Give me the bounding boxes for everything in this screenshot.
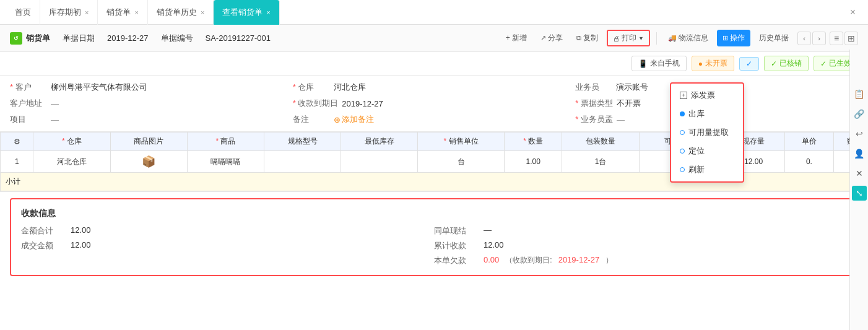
warehouse-value: 河北仓库	[334, 82, 366, 93]
sidebar-expand-icon[interactable]: ⤡	[852, 186, 867, 201]
col-product: 商品	[187, 132, 264, 151]
due-date-value: 2019-12-27	[342, 99, 383, 108]
close-window-button[interactable]: ×	[844, 7, 862, 18]
tab-sales-history[interactable]: 销货单历史 ×	[148, 0, 214, 25]
col-spec: 规格型号	[264, 132, 341, 151]
sidebar-link-icon[interactable]: 🔗	[852, 106, 867, 121]
ticket-icon: ●	[698, 59, 703, 68]
trade-amount-row: 成交金额 12.00	[21, 240, 434, 251]
number-label: 单据编号	[161, 33, 193, 44]
sold-out-button[interactable]: ✓ 已核销	[764, 56, 809, 71]
sidebar-close-icon[interactable]: ✕	[852, 166, 867, 181]
sold-icon: ✓	[771, 59, 777, 68]
customer-row: 客户 柳州粤港平安气体有限公司	[10, 82, 293, 93]
same-order-label: 同单现结	[434, 225, 477, 237]
current-owed-value: 0.00	[484, 255, 499, 266]
share-button[interactable]: ↗ 分享	[536, 30, 568, 46]
operation-button[interactable]: ⊞ 操作	[717, 30, 750, 46]
available-pickup-icon	[680, 130, 685, 135]
available-pickup-item[interactable]: 可用量提取	[671, 123, 743, 142]
cumulative-label: 累计收款	[434, 240, 477, 251]
new-button[interactable]: + 新增	[501, 30, 532, 46]
tab-inventory[interactable]: 库存期初 ×	[40, 0, 98, 25]
print-icon: 🖨	[613, 35, 620, 42]
print-dropdown-arrow: ▼	[638, 35, 644, 41]
col-warehouse: 仓库	[33, 132, 110, 151]
cell-min-stock	[341, 151, 418, 173]
copy-icon: ⧉	[576, 34, 581, 42]
copy-button[interactable]: ⧉ 复制	[571, 30, 603, 46]
logistics-button[interactable]: 🚚 物流信息	[663, 30, 713, 46]
next-arrow[interactable]: ›	[812, 32, 826, 45]
due-date-label: 收款到期日	[293, 98, 339, 109]
payment-title: 收款信息	[21, 208, 847, 219]
same-order-value: —	[484, 225, 492, 237]
trade-amount-label: 成交金额	[21, 240, 64, 251]
cell-warehouse: 河北仓库	[33, 151, 110, 173]
ticket-type-value: 不开票	[617, 98, 641, 109]
cumulative-row: 累计收款 12.00	[434, 240, 847, 251]
sales-order-icon: ↺	[10, 32, 22, 45]
logistics-icon: 🚚	[668, 34, 677, 42]
print-button[interactable]: 🖨 打印 ▼	[607, 30, 650, 46]
tab-sales-close[interactable]: ×	[134, 9, 138, 16]
doc-title: ↺ 销货单	[10, 32, 50, 45]
cell-pack-qty: 1台	[562, 151, 639, 173]
customer-value: 柳州粤港平安气体有限公司	[51, 82, 147, 93]
phone-icon: 📱	[638, 59, 648, 68]
check-button[interactable]: ✓	[739, 57, 759, 71]
add-note-button[interactable]: ⊕ 添加备注	[334, 114, 374, 125]
sidebar-doc-icon[interactable]: 📋	[852, 87, 867, 102]
date-value: 2019-12-27	[107, 33, 149, 43]
not-open-button[interactable]: ● 未开票	[692, 56, 734, 71]
due-date: 2019-12-27	[558, 255, 600, 266]
cumulative-value: 12.00	[484, 240, 504, 251]
share-icon: ↗	[540, 34, 546, 42]
amount-total-row: 金额合计 12.00	[21, 225, 434, 237]
project-label: 项目	[10, 114, 47, 125]
tab-check-sales[interactable]: 查看销货单 ×	[214, 0, 279, 25]
sidebar-user-icon[interactable]: 👤	[852, 146, 867, 161]
cell-product: 嗝嗝嗝嗝	[187, 151, 264, 173]
tab-sales[interactable]: 销货单 ×	[98, 0, 147, 25]
add-invoice-item[interactable]: + 添发票	[671, 86, 743, 105]
operation-dropdown: + 添发票 出库 可用量提取 定位 刷新	[670, 82, 744, 183]
col-pack-qty: 包装数量	[562, 132, 639, 151]
warehouse-label: 仓库	[293, 82, 330, 93]
cell-quantity: 1.00	[504, 151, 562, 173]
doc-header: ↺ 销货单 单据日期 2019-12-27 单据编号 SA-20191227-0…	[0, 25, 868, 52]
col-min-stock: 最低库存	[341, 132, 418, 151]
list-view-button[interactable]: ≡	[830, 32, 843, 45]
layout-buttons: ≡ ⊞	[830, 32, 858, 45]
trade-amount-value: 12.00	[71, 240, 91, 251]
due-close: ）	[605, 255, 613, 266]
prev-arrow[interactable]: ‹	[797, 32, 811, 45]
address-label: 客户地址	[10, 98, 47, 109]
payment-panel: 收款信息 金额合计 12.00 同单现结 — 成交金额 12.00 累计收款 1…	[10, 198, 858, 276]
project-row: 项目 —	[10, 114, 293, 125]
plus-icon: ⊕	[334, 115, 341, 124]
locate-item[interactable]: 定位	[671, 142, 743, 160]
toolbar-divider	[656, 32, 657, 45]
tab-home[interactable]: 首页	[6, 0, 40, 25]
col-quantity: 数量	[504, 132, 562, 151]
tab-sales-history-close[interactable]: ×	[201, 9, 204, 16]
out-stock-item[interactable]: 出库	[671, 105, 743, 123]
current-owed-label: 本单欠款	[434, 255, 477, 266]
col-gear: ⚙	[1, 132, 33, 151]
project-value: —	[51, 115, 59, 124]
date-label: 单据日期	[63, 33, 95, 44]
history-button[interactable]: 历史单据	[754, 30, 794, 46]
grid-view-button[interactable]: ⊞	[844, 32, 858, 45]
toolbar: + 新增 ↗ 分享 ⧉ 复制 🖨 打印 ▼ 🚚 物流信	[501, 30, 858, 46]
doc-title-text: 销货单	[26, 33, 50, 44]
refresh-item[interactable]: 刷新	[671, 160, 743, 179]
cell-image: 📦	[110, 151, 187, 173]
note-label: 备注	[293, 114, 330, 125]
same-order-row: 同单现结 —	[434, 225, 847, 237]
from-phone-button[interactable]: 📱 来自手机	[631, 56, 687, 71]
tab-inventory-close[interactable]: ×	[85, 9, 89, 16]
tab-check-sales-close[interactable]: ×	[266, 9, 270, 16]
tab-bar: 首页 库存期初 × 销货单 × 销货单历史 × 查看销货单 × ×	[0, 0, 868, 25]
sidebar-return-icon[interactable]: ↩	[852, 126, 867, 141]
